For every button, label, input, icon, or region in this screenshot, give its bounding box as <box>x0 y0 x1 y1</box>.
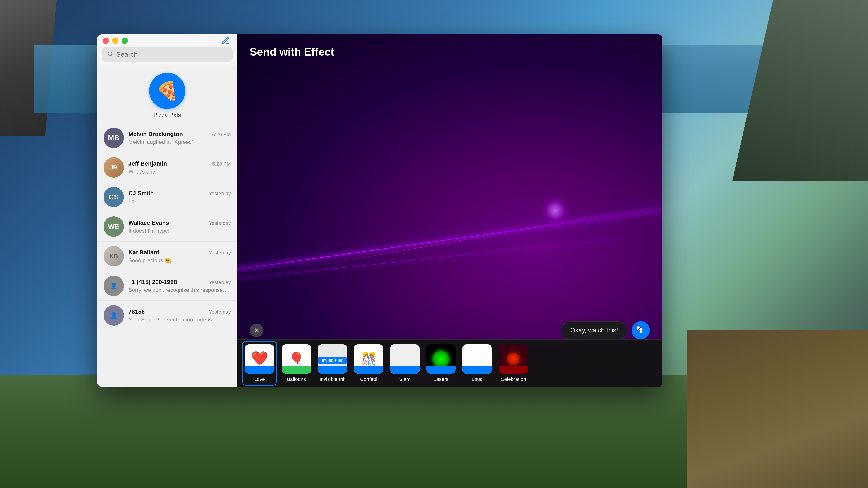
effect-thumb-invisible-ink: Invisible Ink <box>318 344 347 374</box>
pinned-emoji: 🍕 <box>156 80 179 101</box>
conv-info-phone: +1 (415) 200-1908 Yesterday Sorry, we do… <box>128 279 231 293</box>
conv-info-cj: CJ Smith Yesterday Lol <box>128 190 231 204</box>
conv-item-wallace[interactable]: WE Wallace Evans Yesterday It does! I'm … <box>97 212 237 241</box>
okay-watch-button[interactable]: Okay, watch this! <box>561 322 627 339</box>
search-section <box>97 47 237 62</box>
effect-thumb-loud <box>463 344 492 374</box>
conv-name-wallace: Wallace Evans <box>128 219 169 226</box>
conv-name-cj: CJ Smith <box>128 190 154 197</box>
maximize-window-button[interactable] <box>122 37 128 44</box>
effect-thumb-love <box>245 344 274 374</box>
sidebar: 🍕 Pizza Pals MB Melvin Brockington 6:26 … <box>97 34 237 387</box>
conv-item-cj[interactable]: CS CJ Smith Yesterday Lol <box>97 182 237 212</box>
minimize-window-button[interactable] <box>112 37 119 44</box>
conv-preview-kat: Sooo precious 🤗 <box>128 257 231 264</box>
effect-title: Send with Effect <box>250 46 650 58</box>
conv-time-jeff: 6:23 PM <box>212 161 231 167</box>
send-message-button[interactable] <box>632 321 650 339</box>
svg-point-0 <box>108 52 112 56</box>
conv-time-78156: Yesterday <box>209 309 231 315</box>
conv-time-cj: Yesterday <box>209 191 231 197</box>
conv-preview-78156: Your ShareGrid verification code is: <box>128 317 231 323</box>
conv-item-phone[interactable]: 👤 +1 (415) 200-1908 Yesterday Sorry, we … <box>97 271 237 301</box>
conv-name-jeff: Jeff Benjamin <box>128 160 167 167</box>
conv-item-78156[interactable]: 👤 78156 Yesterday Your ShareGrid verific… <box>97 301 237 330</box>
conv-item-kat[interactable]: KB Kat Ballard Yesterday Sooo precious 🤗 <box>97 241 237 271</box>
effect-label-loud: Loud <box>472 377 483 382</box>
avatar-kat: KB <box>103 246 124 266</box>
light-beam-1 <box>237 210 660 281</box>
send-controls: Okay, watch this! <box>561 321 650 339</box>
light-glow <box>541 197 569 224</box>
conv-top-melvin: Melvin Brockington 6:26 PM <box>128 131 231 138</box>
conv-item-melvin[interactable]: MB Melvin Brockington 6:26 PM Melvin lau… <box>97 123 237 153</box>
effect-item-confetti[interactable]: Confetti <box>352 341 385 385</box>
invisible-ink-preview-text: Invisible Ink <box>318 357 347 364</box>
search-icon <box>107 51 114 58</box>
close-effect-button[interactable]: ✕ <box>250 324 264 337</box>
conv-info-kat: Kat Ballard Yesterday Sooo precious 🤗 <box>128 249 231 264</box>
conv-preview-cj: Lol <box>128 198 231 204</box>
conv-info-78156: 78156 Yesterday Your ShareGrid verificat… <box>128 308 231 323</box>
search-bar[interactable] <box>102 47 232 62</box>
effect-item-invisible-ink[interactable]: Invisible Ink Invisible Ink <box>315 341 349 385</box>
effect-label-balloons: Balloons <box>287 377 306 382</box>
effect-label-invisible-ink: Invisible Ink <box>320 377 346 382</box>
effect-item-lasers[interactable]: Lasers <box>424 341 458 385</box>
effect-label-lasers: Lasers <box>434 377 448 382</box>
conv-time-wallace: Yesterday <box>209 220 231 226</box>
effect-item-slam[interactable]: Slam <box>388 341 422 385</box>
effect-label-love: Love <box>254 377 265 382</box>
pinned-contact-name: Pizza Pals <box>153 111 181 119</box>
effect-header: Send with Effect <box>237 34 662 58</box>
conv-preview-phone: Sorry, we don't recognize this response.… <box>128 287 231 293</box>
compose-button[interactable] <box>219 34 232 47</box>
avatar-phone: 👤 <box>103 275 124 296</box>
conv-name-kat: Kat Ballard <box>128 249 159 256</box>
traffic-lights <box>103 37 128 44</box>
conv-time-phone: Yesterday <box>209 280 231 285</box>
conv-time-kat: Yesterday <box>209 250 231 256</box>
close-icon: ✕ <box>254 327 259 334</box>
effect-label-celebration: Celebration <box>501 377 526 382</box>
conv-preview-jeff: What's up? <box>128 168 231 175</box>
conv-preview-melvin: Melvin laughed at "Agreed" <box>128 139 231 145</box>
sidebar-titlebar <box>97 34 237 47</box>
conv-info-melvin: Melvin Brockington 6:26 PM Melvin laughe… <box>128 131 231 145</box>
effect-item-loud[interactable]: Loud <box>460 341 494 385</box>
light-beam-3 <box>283 205 659 272</box>
effect-thumb-confetti <box>354 344 383 374</box>
pinned-pizza-pals[interactable]: 🍕 Pizza Pals <box>149 73 185 119</box>
bg-ground-right <box>687 330 868 488</box>
conv-top-cj: CJ Smith Yesterday <box>128 190 231 197</box>
effect-thumb-celebration <box>499 344 528 374</box>
conv-top-phone: +1 (415) 200-1908 Yesterday <box>128 279 231 286</box>
effect-item-love[interactable]: Love <box>242 341 277 386</box>
messages-window: 🍕 Pizza Pals MB Melvin Brockington 6:26 … <box>97 34 662 387</box>
conv-name-melvin: Melvin Brockington <box>128 131 183 138</box>
pinned-avatar-pizza-pals: 🍕 <box>149 73 185 109</box>
effect-label-confetti: Confetti <box>360 377 377 382</box>
conv-top-jeff: Jeff Benjamin 6:23 PM <box>128 160 231 167</box>
conv-name-phone: +1 (415) 200-1908 <box>128 279 177 286</box>
effects-strip: Love Balloons Invisible Ink Invisible In… <box>237 339 662 387</box>
conv-info-jeff: Jeff Benjamin 6:23 PM What's up? <box>128 160 231 175</box>
sidebar-header <box>97 34 237 66</box>
avatar-jeff: JB <box>103 157 124 177</box>
effect-thumb-slam <box>390 344 420 374</box>
search-input[interactable] <box>116 51 227 58</box>
avatar-78156: 👤 <box>103 305 124 326</box>
effect-item-celebration[interactable]: Celebration <box>496 341 530 385</box>
effect-label-slam: Slam <box>399 377 410 382</box>
close-window-button[interactable] <box>103 37 109 44</box>
conv-top-kat: Kat Ballard Yesterday <box>128 249 231 256</box>
effect-thumb-balloons <box>282 344 311 374</box>
conversation-list: MB Melvin Brockington 6:26 PM Melvin lau… <box>97 123 237 387</box>
conv-item-jeff[interactable]: JB Jeff Benjamin 6:23 PM What's up? <box>97 153 237 182</box>
bg-rock-right <box>733 0 868 181</box>
avatar-wallace: WE <box>103 217 124 237</box>
effect-panel: Send with Effect ✕ Okay, watch this! <box>237 34 662 387</box>
effect-item-balloons[interactable]: Balloons <box>279 341 313 385</box>
conv-name-78156: 78156 <box>128 308 145 315</box>
conv-time-melvin: 6:26 PM <box>212 131 231 137</box>
